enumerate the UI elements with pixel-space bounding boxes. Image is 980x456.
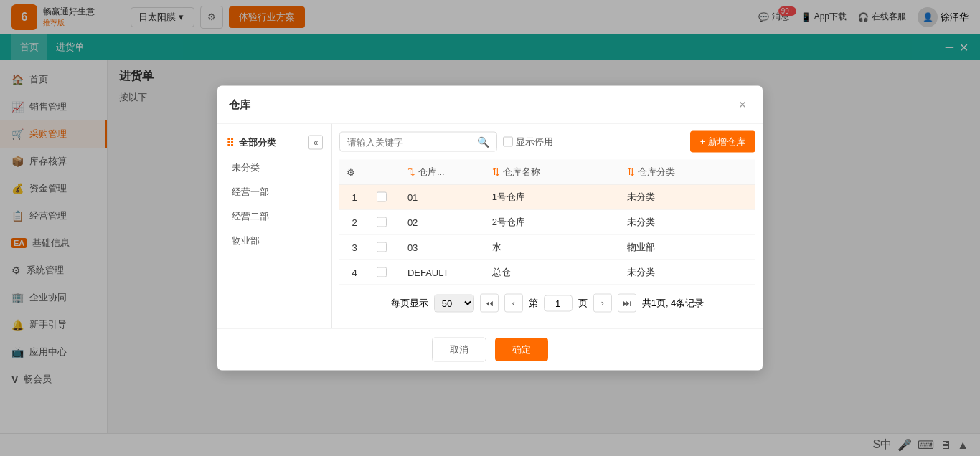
th-code: ⇅仓库...: [400, 160, 485, 185]
row-name-2: 水: [485, 234, 621, 260]
page-first-btn[interactable]: ⏮: [480, 294, 499, 313]
warehouse-table: ⚙ ⇅仓库... ⇅仓库名称 ⇅仓库分类: [339, 160, 755, 285]
row-num-1: 2: [339, 209, 369, 234]
th-check: [369, 160, 400, 185]
table-row[interactable]: 1 01 1号仓库 未分类: [339, 184, 755, 209]
search-input-wrap: 🔍: [339, 132, 497, 152]
row-code-0: 01: [400, 184, 485, 209]
row-category-1: 未分类: [620, 209, 755, 234]
search-input[interactable]: [347, 136, 477, 147]
new-warehouse-btn[interactable]: + 新增仓库: [690, 131, 755, 153]
category-item-dept2[interactable]: 经营二部: [217, 204, 331, 229]
category-dots-icon: ⠿: [226, 136, 235, 149]
category-item-dept1[interactable]: 经营一部: [217, 180, 331, 204]
confirm-button[interactable]: 确定: [495, 338, 548, 361]
th-category: ⇅仓库分类: [620, 160, 755, 185]
page-size-select[interactable]: 50 100: [434, 294, 474, 312]
pagination: 每页显示 50 100 ⏮ ‹ 第 页 › ⏭ 共1页, 4条记录: [339, 285, 755, 321]
modal-body: ⠿ 全部分类 « 未分类 经营一部 经营二部 物业部 🔍 显示停用: [217, 124, 763, 328]
modal-footer: 取消 确定: [217, 328, 763, 371]
row-check-1: [369, 209, 400, 234]
modal-header: 仓库 ×: [217, 86, 763, 124]
page-prev-btn[interactable]: ‹: [504, 294, 523, 313]
page-last-btn[interactable]: ⏭: [618, 294, 636, 313]
sort-icon-name: ⇅: [492, 166, 500, 177]
warehouse-modal: 仓库 × ⠿ 全部分类 « 未分类 经营一部 经营二部 物业部: [217, 86, 763, 371]
row-name-1: 2号仓库: [485, 209, 621, 234]
row-category-0: 未分类: [620, 184, 755, 209]
row-name-3: 总仓: [485, 260, 621, 285]
row-checkbox-1[interactable]: [377, 217, 387, 227]
category-item-unclassified[interactable]: 未分类: [217, 156, 331, 180]
modal-close-btn[interactable]: ×: [734, 96, 751, 113]
table-header-row: ⚙ ⇅仓库... ⇅仓库名称 ⇅仓库分类: [339, 160, 755, 185]
row-name-0: 1号仓库: [485, 184, 621, 209]
row-checkbox-0[interactable]: [377, 192, 387, 202]
page-input[interactable]: [544, 295, 573, 311]
row-checkbox-2[interactable]: [377, 242, 387, 252]
sort-icon-category: ⇅: [627, 166, 635, 177]
row-code-2: 03: [400, 234, 485, 260]
collapse-btn[interactable]: «: [308, 136, 323, 150]
show-disabled-checkbox[interactable]: [503, 137, 513, 147]
table-row[interactable]: 2 02 2号仓库 未分类: [339, 209, 755, 234]
th-name: ⇅仓库名称: [485, 160, 621, 185]
row-num-3: 4: [339, 260, 369, 285]
th-gear: ⚙: [339, 160, 369, 185]
row-code-3: DEFAULT: [400, 260, 485, 285]
right-panel: 🔍 显示停用 + 新增仓库 ⚙ ⇅仓库...: [332, 124, 763, 328]
sort-icon-code: ⇅: [407, 166, 415, 177]
table-row[interactable]: 3 03 水 物业部: [339, 234, 755, 260]
row-num-2: 3: [339, 234, 369, 260]
search-icon[interactable]: 🔍: [477, 136, 489, 148]
category-item-property[interactable]: 物业部: [217, 229, 331, 253]
search-bar: 🔍 显示停用 + 新增仓库: [339, 131, 755, 153]
category-header: ⠿ 全部分类 «: [217, 130, 331, 156]
row-checkbox-3[interactable]: [377, 267, 387, 277]
page-next-btn[interactable]: ›: [593, 294, 612, 313]
table-row[interactable]: 4 DEFAULT 总仓 未分类: [339, 260, 755, 285]
row-check-0: [369, 184, 400, 209]
cancel-button[interactable]: 取消: [432, 338, 486, 362]
row-category-2: 物业部: [620, 234, 755, 260]
row-num-0: 1: [339, 184, 369, 209]
category-all[interactable]: ⠿ 全部分类: [226, 136, 276, 149]
show-disabled-wrap: 显示停用: [503, 136, 553, 148]
row-category-3: 未分类: [620, 260, 755, 285]
row-check-3: [369, 260, 400, 285]
row-code-1: 02: [400, 209, 485, 234]
modal-title: 仓库: [229, 98, 250, 111]
category-panel: ⠿ 全部分类 « 未分类 经营一部 经营二部 物业部: [217, 124, 332, 328]
row-check-2: [369, 234, 400, 260]
